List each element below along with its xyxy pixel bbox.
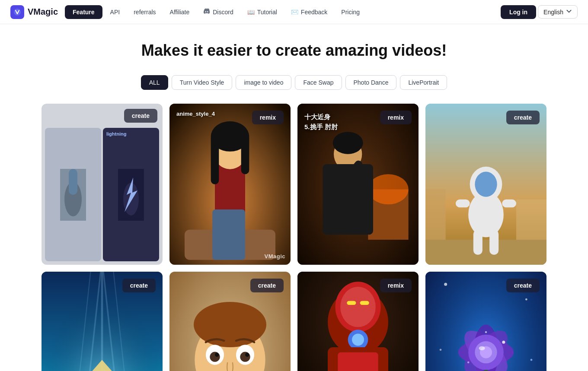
- svg-point-80: [525, 298, 527, 301]
- svg-rect-24: [425, 240, 546, 265]
- tutorial-link[interactable]: 📖 Tutorial: [241, 6, 283, 18]
- svg-point-98: [485, 331, 487, 333]
- navbar: VMagic Feature API referrals Affiliate D…: [0, 0, 588, 24]
- card-3-chinese-text: 十大近身5.挑手 肘肘: [304, 112, 338, 132]
- card-8-create-button[interactable]: create: [506, 279, 540, 292]
- svg-point-55: [245, 353, 249, 357]
- card-4: create: [425, 104, 546, 265]
- tutorial-icon: 📖: [247, 9, 255, 16]
- logo[interactable]: VMagic: [10, 5, 58, 19]
- svg-point-62: [352, 334, 364, 346]
- feature-button[interactable]: Feature: [65, 5, 102, 19]
- hero-title: Makes it easier to create amazing videos…: [42, 41, 546, 60]
- card-3: remix 十大近身5.挑手 肘肘: [297, 104, 419, 265]
- card-8: create: [425, 272, 546, 371]
- card-7: remix: [297, 272, 419, 371]
- tab-photo-dance[interactable]: Photo Dance: [345, 75, 397, 90]
- svg-rect-13: [241, 134, 249, 174]
- feedback-link[interactable]: ✉️ Feedback: [285, 6, 333, 18]
- card-6: create: [169, 272, 291, 371]
- svg-point-63: [340, 287, 376, 327]
- svg-point-53: [240, 352, 250, 362]
- svg-point-0: [14, 9, 21, 16]
- feedback-icon: ✉️: [291, 9, 298, 16]
- svg-rect-3: [69, 169, 77, 195]
- svg-point-54: [215, 353, 219, 357]
- card-5-create-button[interactable]: create: [122, 279, 156, 292]
- language-selector[interactable]: English: [538, 5, 578, 19]
- card-2-remix-button[interactable]: remix: [252, 111, 284, 124]
- card-5: create: [42, 272, 163, 371]
- svg-point-96: [502, 341, 505, 344]
- main-content: Makes it easier to create amazing videos…: [35, 24, 553, 371]
- referrals-link[interactable]: referrals: [128, 6, 162, 18]
- svg-rect-31: [489, 230, 499, 255]
- api-link[interactable]: API: [104, 6, 126, 18]
- logo-text: VMagic: [28, 7, 58, 17]
- svg-rect-69: [338, 352, 378, 371]
- svg-point-27: [475, 171, 497, 197]
- pricing-link[interactable]: Pricing: [335, 6, 366, 18]
- filter-tabs: ALL Turn Video Style image to video Face…: [42, 75, 546, 90]
- card-1-create-button[interactable]: create: [124, 109, 157, 123]
- svg-point-16: [368, 174, 408, 204]
- affiliate-link[interactable]: Affiliate: [164, 6, 196, 18]
- discord-link[interactable]: Discord: [197, 5, 239, 19]
- card-2: remix anime_style_4 VMagic: [169, 104, 291, 265]
- card-7-remix-button[interactable]: remix: [380, 279, 412, 292]
- svg-rect-30: [473, 230, 483, 255]
- svg-point-18: [333, 132, 363, 154]
- svg-point-97: [467, 361, 470, 364]
- svg-point-79: [444, 283, 447, 286]
- svg-rect-29: [502, 200, 516, 208]
- chevron-down-icon: [566, 8, 572, 16]
- svg-point-52: [210, 352, 220, 362]
- feedback-label: Feedback: [301, 9, 327, 16]
- tab-all[interactable]: ALL: [141, 75, 168, 90]
- card-6-create-button[interactable]: create: [250, 279, 284, 292]
- svg-point-83: [440, 349, 442, 351]
- card-2-watermark: VMagic: [264, 253, 285, 260]
- discord-label: Discord: [213, 9, 233, 16]
- logo-icon: [10, 5, 24, 19]
- language-label: English: [543, 9, 563, 16]
- card-3-remix-button[interactable]: remix: [380, 111, 412, 124]
- svg-point-84: [530, 359, 533, 361]
- tab-turn-video-style[interactable]: Turn Video Style: [172, 75, 233, 90]
- card-2-label: anime_style_4: [176, 111, 215, 117]
- card-grid: create lightning: [42, 104, 546, 371]
- svg-point-66: [347, 301, 356, 305]
- svg-point-67: [360, 301, 369, 305]
- login-button[interactable]: Log in: [501, 5, 536, 19]
- discord-icon: [203, 8, 210, 16]
- card-1: create lightning: [42, 104, 163, 265]
- tutorial-label: Tutorial: [257, 9, 277, 16]
- svg-rect-9: [212, 209, 245, 260]
- tab-face-swap[interactable]: Face Swap: [295, 75, 342, 90]
- svg-rect-28: [456, 200, 470, 208]
- svg-point-92: [479, 346, 485, 350]
- svg-rect-12: [211, 134, 219, 184]
- card-4-create-button[interactable]: create: [506, 111, 540, 124]
- svg-point-49: [194, 302, 266, 347]
- tab-liveportrait[interactable]: LivePortrait: [400, 75, 447, 90]
- tab-image-to-video[interactable]: image to video: [236, 75, 291, 90]
